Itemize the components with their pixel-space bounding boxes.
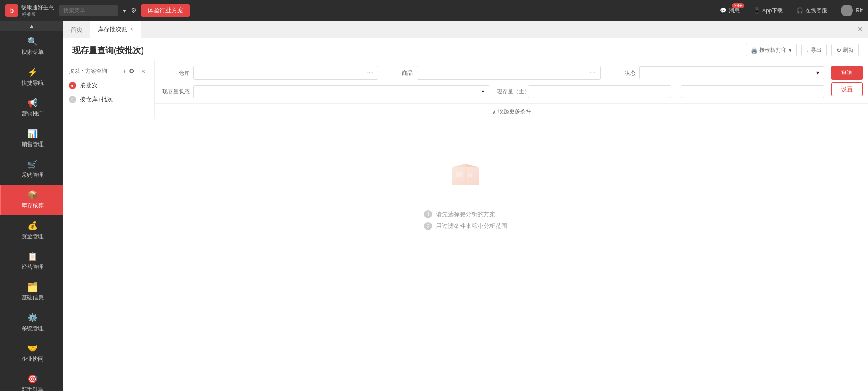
guide-icon: 🎯 xyxy=(27,374,38,384)
scheme-item-warehouse-batch[interactable]: ○ 按仓库+批次 xyxy=(63,92,154,106)
inventory-amount-label: 现存量（主） xyxy=(497,88,524,96)
sales-icon: 📊 xyxy=(27,129,38,139)
settings-gear-icon[interactable]: ⚙ xyxy=(131,6,137,15)
inventory-amount-field: 现存量（主） — xyxy=(497,85,824,98)
inventory-amount-max[interactable] xyxy=(681,85,824,98)
empty-steps: 1 请先选择要分析的方案 2 用过滤条件来缩小分析范围 xyxy=(424,210,507,230)
sidebar-item-finance[interactable]: 💰 资金管理 xyxy=(0,215,63,246)
add-scheme-btn[interactable]: + xyxy=(122,67,126,75)
refresh-btn[interactable]: ↻ 刷新 xyxy=(831,44,859,56)
tab-close-icon[interactable]: × xyxy=(130,26,133,33)
print-btn[interactable]: 🖨️ 按模板打印 ▾ xyxy=(746,44,797,56)
operations-icon: 📋 xyxy=(27,251,38,261)
logo-icon: b xyxy=(5,4,18,17)
sidebar-item-marketing[interactable]: 📢 营销推广 xyxy=(0,92,63,123)
close-panel-btn[interactable]: × xyxy=(852,25,868,34)
product-input[interactable]: ··· xyxy=(417,66,601,80)
search-dropdown-btn[interactable]: ▾ xyxy=(123,7,126,14)
content-area: 首页 库存批次账 × × 现存量查询(按批次) 🖨️ 按模板打印 ▾ xyxy=(63,21,868,391)
quick-nav-icon: ⚡ xyxy=(27,67,38,77)
sidebar-item-enterprise[interactable]: 🤝 企业协同 xyxy=(0,338,63,369)
scheme-actions: + ⚙ « xyxy=(122,67,149,75)
tab-home-label: 首页 xyxy=(71,26,82,34)
basics-icon: 🗂️ xyxy=(27,282,38,292)
download-icon: 📱 xyxy=(753,7,760,14)
sidebar-item-purchase[interactable]: 🛒 采购管理 xyxy=(0,154,63,185)
username: Rit xyxy=(856,7,863,14)
step-2-num: 2 xyxy=(424,222,432,230)
notifications-btn[interactable]: 💬 消息 99+ xyxy=(720,7,740,15)
inventory-amount-range: — xyxy=(528,85,824,98)
sidebar-item-guide[interactable]: 🎯 新手引导 xyxy=(0,369,63,391)
filter-section: 按以下方案查询 + ⚙ « ● 按批次 ○ 按仓库+批次 xyxy=(63,60,868,119)
filter-row-1: 仓库 ··· 商品 xyxy=(162,66,824,80)
search-icon: 🔍 xyxy=(27,37,38,47)
scheme-settings-btn[interactable]: ⚙ xyxy=(129,67,135,75)
svg-rect-4 xyxy=(456,172,463,177)
main-layout: ▲ 🔍 搜索菜单 ⚡ 快捷导航 📢 营销推广 📊 销售管理 🛒 采购管理 📦 库… xyxy=(0,21,868,391)
filter-main: 仓库 ··· 商品 xyxy=(155,60,868,119)
product-dots[interactable]: ··· xyxy=(590,69,596,77)
scheme-warehouse-batch-label: 按仓库+批次 xyxy=(80,95,113,103)
set-btn[interactable]: 设置 xyxy=(831,82,863,96)
sidebar: ▲ 🔍 搜索菜单 ⚡ 快捷导航 📢 营销推广 📊 销售管理 🛒 采购管理 📦 库… xyxy=(0,21,63,391)
refresh-label: 刷新 xyxy=(843,46,854,54)
sidebar-item-sales[interactable]: 📊 销售管理 xyxy=(0,123,63,154)
range-dash: — xyxy=(673,88,679,95)
status-label: 状态 xyxy=(608,69,636,77)
inventory-amount-min[interactable] xyxy=(528,85,671,98)
sidebar-item-sales-label: 销售管理 xyxy=(22,141,44,148)
page-content: 现存量查询(按批次) 🖨️ 按模板打印 ▾ ↓ 导出 ↻ 刷新 xyxy=(63,38,868,391)
step-1-text: 请先选择要分析的方案 xyxy=(436,210,495,218)
menu-search-input[interactable] xyxy=(59,5,118,16)
status-arrow-icon: ▾ xyxy=(816,70,819,76)
online-service-btn[interactable]: 🎧 在线客服 xyxy=(797,7,827,15)
sidebar-item-quick-nav-label: 快捷导航 xyxy=(22,79,44,87)
warehouse-input[interactable]: ··· xyxy=(193,66,378,80)
svg-marker-2 xyxy=(466,164,479,167)
sidebar-item-inventory-label: 库存核算 xyxy=(22,202,44,210)
marketing-icon: 📢 xyxy=(27,98,38,108)
user-area[interactable]: Rit xyxy=(841,5,863,16)
empty-illustration xyxy=(443,147,489,192)
sidebar-item-quick-nav[interactable]: ⚡ 快捷导航 xyxy=(0,62,63,92)
sidebar-item-purchase-label: 采购管理 xyxy=(22,171,44,179)
tab-inventory-batch[interactable]: 库存批次账 × xyxy=(90,21,141,38)
system-icon: ⚙️ xyxy=(27,313,38,323)
sidebar-scroll-up-btn[interactable]: ▲ xyxy=(0,21,63,31)
edition-badge: 标准版 xyxy=(22,11,54,18)
scheme-item-batch[interactable]: ● 按批次 xyxy=(63,79,154,92)
export-label: 导出 xyxy=(811,46,822,54)
filter-scheme-title: 按以下方案查询 + ⚙ « xyxy=(63,65,154,79)
tab-home[interactable]: 首页 xyxy=(63,21,90,38)
empty-state: 1 请先选择要分析的方案 2 用过滤条件来缩小分析范围 xyxy=(63,119,868,258)
collapse-scheme-btn[interactable]: « xyxy=(137,67,149,75)
sidebar-item-inventory[interactable]: 📦 库存核算 xyxy=(0,185,63,215)
step-1-num: 1 xyxy=(424,210,432,218)
inventory-icon: 📦 xyxy=(27,190,38,200)
collapse-more-btn[interactable]: ∧ 收起更多条件 xyxy=(155,103,868,119)
trial-btn[interactable]: 体验行业方案 xyxy=(141,4,190,17)
sidebar-item-search-label: 搜索菜单 xyxy=(22,49,44,56)
export-btn[interactable]: ↓ 导出 xyxy=(801,44,827,56)
sidebar-item-basics[interactable]: 🗂️ 基础信息 xyxy=(0,277,63,307)
app-download-btn[interactable]: 📱 App下载 xyxy=(753,7,783,15)
service-icon: 🎧 xyxy=(797,7,803,14)
warehouse-dots[interactable]: ··· xyxy=(367,69,373,77)
sidebar-item-guide-label: 新手引导 xyxy=(22,386,44,391)
status-select[interactable]: ▾ xyxy=(639,66,824,79)
sidebar-item-search[interactable]: 🔍 搜索菜单 xyxy=(0,31,63,62)
filter-fields: 仓库 ··· 商品 xyxy=(155,60,831,103)
svg-marker-1 xyxy=(452,164,466,167)
query-btn[interactable]: 查询 xyxy=(831,66,863,80)
notification-badge: 99+ xyxy=(732,3,744,8)
top-header: b 畅康通好生意 标准版 ▾ ⚙ 体验行业方案 💬 消息 99+ 📱 App下载… xyxy=(0,0,868,21)
sidebar-item-operations[interactable]: 📋 经营管理 xyxy=(0,246,63,277)
sidebar-item-system[interactable]: ⚙️ 系统管理 xyxy=(0,307,63,338)
app-download-label: App下载 xyxy=(762,7,783,15)
inventory-status-select[interactable]: ▾ xyxy=(193,85,489,98)
export-icon: ↓ xyxy=(806,47,809,54)
scheme-batch-label: 按批次 xyxy=(80,81,98,90)
refresh-icon: ↻ xyxy=(836,47,841,54)
sidebar-item-finance-label: 资金管理 xyxy=(22,233,44,240)
